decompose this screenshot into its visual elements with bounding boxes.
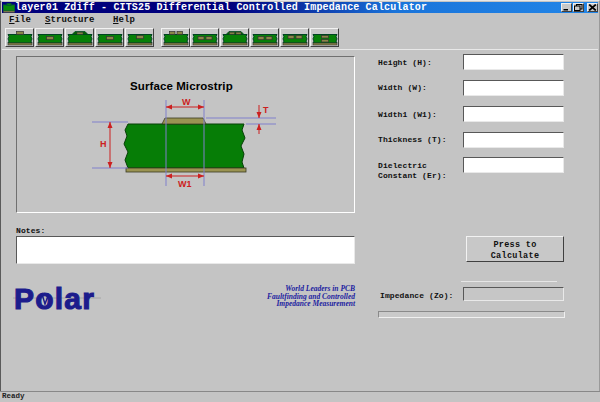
svg-text:H: H	[100, 139, 107, 149]
svg-text:W1: W1	[178, 179, 192, 189]
svg-text:T: T	[263, 105, 269, 115]
svg-text:W: W	[182, 98, 191, 107]
svg-text:Polar: Polar	[14, 284, 95, 312]
